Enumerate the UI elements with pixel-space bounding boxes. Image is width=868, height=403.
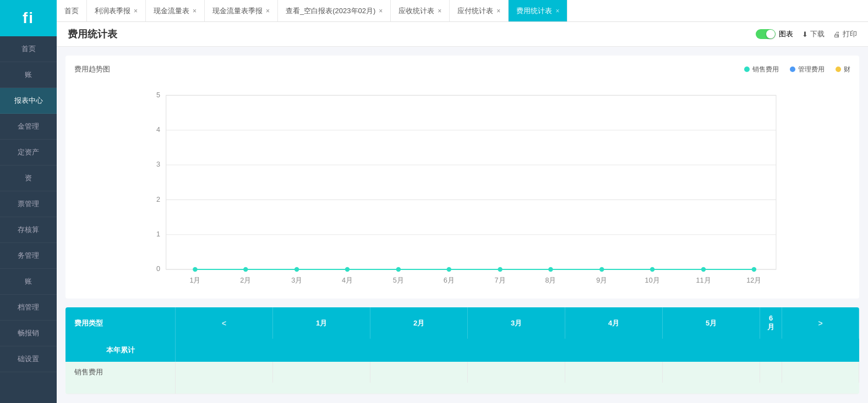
chart-header: 费用趋势图 销售费用 管理费用 财 — [74, 64, 850, 74]
sidebar-item-report-center[interactable]: 报表中心 — [0, 88, 57, 114]
svg-point-27 — [294, 267, 299, 272]
svg-point-36 — [752, 267, 756, 272]
cell-type-sales: 销售费用 — [65, 362, 176, 383]
content-area: 费用趋势图 销售费用 管理费用 财 — [57, 47, 868, 403]
tab-cash-flow-quarterly[interactable]: 现金流量表季报 × — [205, 0, 278, 21]
sidebar-item-invoice-management[interactable]: 票管理 — [0, 191, 57, 217]
sidebar-item-fixed-assets[interactable]: 定资产 — [0, 140, 57, 165]
chart-toggle-wrap[interactable]: 图表 — [756, 29, 793, 39]
chart-toggle[interactable] — [756, 29, 776, 39]
expense-table: 费用类型 < 1月 2月 3月 4月 5月 — [65, 307, 859, 394]
legend-dot-finance — [836, 67, 841, 72]
tab-close-cash-flow-quarterly[interactable]: × — [266, 7, 270, 15]
tab-close-expense-stats[interactable]: × — [555, 7, 559, 15]
cell-m4-sales — [565, 362, 663, 383]
legend-finance: 财 — [836, 65, 850, 74]
download-button[interactable]: ⬇ 下载 — [802, 29, 825, 39]
sidebar-item-file-management[interactable]: 档管理 — [0, 295, 57, 321]
svg-rect-12 — [166, 95, 776, 269]
cell-m1-sales — [273, 362, 370, 383]
svg-text:4月: 4月 — [342, 277, 353, 284]
tab-close-cash-flow[interactable]: × — [193, 7, 196, 15]
legend-dot-admin — [790, 67, 795, 72]
sidebar-item-fund-management[interactable]: 金管理 — [0, 114, 57, 140]
svg-text:5月: 5月 — [393, 277, 404, 284]
svg-text:6月: 6月 — [444, 277, 455, 284]
tab-close-profit-quarterly[interactable]: × — [134, 7, 138, 15]
svg-text:1: 1 — [156, 230, 160, 238]
page-title: 费用统计表 — [68, 27, 117, 41]
legend-admin: 管理费用 — [790, 65, 825, 74]
sidebar-item-salary[interactable]: 资 — [0, 165, 57, 191]
svg-text:3月: 3月 — [291, 277, 302, 284]
tab-blank-report[interactable]: 查看_空白报表(2023年02月) × — [278, 0, 391, 21]
sidebar-item-account[interactable]: 账 — [0, 62, 57, 88]
sidebar-item-basic-settings[interactable]: 础设置 — [0, 346, 57, 372]
sidebar-item-payable[interactable]: 账 — [0, 269, 57, 295]
prev-month-arrow[interactable]: < — [222, 319, 226, 328]
svg-point-30 — [447, 267, 451, 272]
col-header-m3: 3月 — [468, 307, 565, 339]
table-row: 销售费用 — [65, 362, 859, 394]
tab-receivables[interactable]: 应收统计表 × — [391, 0, 450, 21]
next-month-arrow[interactable]: > — [818, 319, 822, 328]
cell-m2-sales — [370, 362, 468, 383]
col-header-m6: 6月 — [760, 307, 782, 339]
tab-close-payables[interactable]: × — [496, 7, 500, 15]
tab-expense-stats[interactable]: 费用统计表 × — [509, 0, 567, 21]
header-actions: 图表 ⬇ 下载 🖨 打印 — [756, 29, 857, 39]
svg-point-29 — [396, 267, 401, 272]
svg-text:12月: 12月 — [746, 277, 761, 284]
sidebar-item-home[interactable]: 首页 — [0, 36, 57, 62]
print-icon: 🖨 — [833, 30, 840, 38]
sidebar-item-report-write-off[interactable]: 畅报销 — [0, 321, 57, 346]
cell-prev-sales — [176, 362, 273, 383]
legend-label-admin: 管理费用 — [798, 65, 825, 74]
svg-point-25 — [193, 267, 197, 272]
col-header-m5: 5月 — [663, 307, 760, 339]
page-header: 费用统计表 图表 ⬇ 下载 🖨 打印 — [57, 22, 868, 47]
chart-title: 费用趋势图 — [74, 64, 110, 74]
tab-cash-flow[interactable]: 现金流量表 × — [146, 0, 205, 21]
svg-text:5: 5 — [156, 91, 160, 99]
col-header-prev[interactable]: < — [176, 307, 273, 339]
tab-payables[interactable]: 应付统计表 × — [450, 0, 509, 21]
tab-home[interactable]: 首页 — [57, 0, 87, 21]
chart-svg: 5 4 3 2 1 0 1月 2月 — [74, 81, 850, 290]
svg-text:1月: 1月 — [189, 277, 200, 284]
svg-text:9月: 9月 — [596, 277, 607, 284]
sidebar-item-inventory[interactable]: 存核算 — [0, 217, 57, 243]
download-icon: ⬇ — [802, 30, 808, 38]
svg-point-35 — [701, 267, 706, 272]
cell-m3-sales — [468, 362, 565, 383]
chart-area: 5 4 3 2 1 0 1月 2月 — [74, 81, 850, 290]
cell-ytd-sales — [65, 383, 176, 394]
col-header-next[interactable]: > — [782, 307, 859, 339]
svg-point-32 — [548, 267, 553, 272]
sidebar: fi 首页 账 报表中心 金管理 定资产 资 票管理 存核算 务管理 账 档管理… — [0, 0, 57, 403]
svg-point-34 — [650, 267, 654, 272]
tab-close-blank-report[interactable]: × — [379, 7, 383, 15]
cell-m5-sales — [663, 362, 760, 383]
tab-bar: 首页 利润表季报 × 现金流量表 × 现金流量表季报 × 查看_空白报表(202… — [57, 0, 868, 22]
svg-text:8月: 8月 — [545, 277, 556, 284]
chart-legend: 销售费用 管理费用 财 — [744, 65, 850, 74]
svg-text:11月: 11月 — [696, 277, 711, 284]
svg-text:4: 4 — [156, 126, 160, 134]
col-header-type: 费用类型 — [65, 307, 176, 339]
svg-text:0: 0 — [156, 265, 160, 273]
print-button[interactable]: 🖨 打印 — [833, 29, 857, 39]
tab-close-receivables[interactable]: × — [438, 7, 441, 15]
svg-point-26 — [243, 267, 248, 272]
sidebar-item-service-management[interactable]: 务管理 — [0, 243, 57, 269]
tab-profit-quarterly[interactable]: 利润表季报 × — [87, 0, 146, 21]
col-header-m4: 4月 — [565, 307, 663, 339]
svg-text:7月: 7月 — [495, 277, 506, 284]
cell-m6-sales — [760, 362, 782, 383]
col-header-m1: 1月 — [273, 307, 370, 339]
svg-point-28 — [345, 267, 350, 272]
col-header-ytd: 本年累计 — [65, 339, 176, 362]
svg-text:2: 2 — [156, 196, 160, 203]
chart-card: 费用趋势图 销售费用 管理费用 财 — [65, 56, 859, 299]
chart-toggle-label: 图表 — [779, 29, 793, 39]
